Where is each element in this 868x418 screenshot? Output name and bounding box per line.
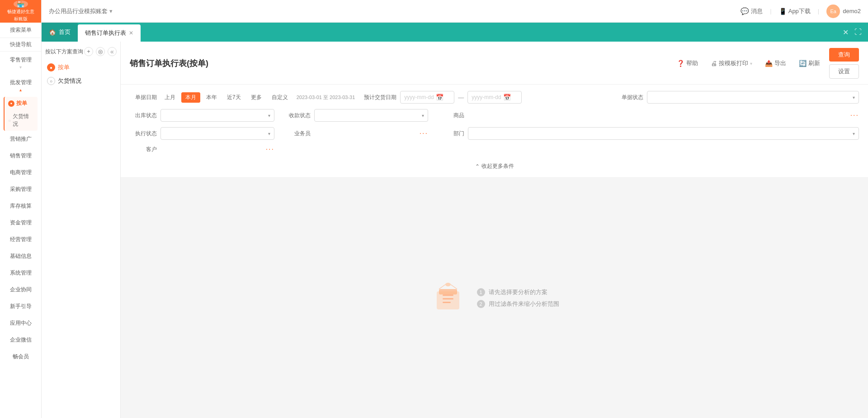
sidebar-item-appstore[interactable]: 应用中心 [0,315,41,332]
tab-sales-order[interactable]: 销售订单执行表 ✕ [78,24,141,42]
sidebar-item-marketing[interactable]: 营销推广 [0,131,41,147]
sidebar-item-finance[interactable]: 资金管理 [0,214,41,231]
filter-scheme-order[interactable]: ● 按单 [45,61,117,74]
sidebar-item-purchase[interactable]: 采购管理 [0,181,41,198]
date-placeholder-1: yyyy-mm-dd [404,94,434,100]
receipt-control: ▾ [314,109,428,122]
sidebar-item-operation[interactable]: 经营管理 [0,231,41,248]
sidebar-item-enterprise[interactable]: 企业协同 [0,281,41,298]
sidebar-item-newbie[interactable]: 新手引导 [0,298,41,315]
sidebar-item-basic[interactable]: 基础信息 [0,248,41,265]
dept-control: ▾ [468,127,859,140]
field-exec-status: 执行状态 ▾ [130,127,274,140]
topbar-app-download[interactable]: 📱 App下载 [779,7,811,15]
expected-date-start[interactable]: yyyy-mm-dd 📅 [400,91,454,104]
app-icon: 📱 [779,8,787,15]
date-tab-last-month[interactable]: 上月 [160,92,179,103]
data-area: 1 请先选择要分析的方案 2 用过滤条件来缩小分析范围 [121,178,868,418]
export-icon: 📤 [765,60,773,67]
empty-tip-1: 1 请先选择要分析的方案 [477,288,559,296]
ship-status-select[interactable]: ▾ [160,109,274,122]
collapse-arrow: ⌃ [475,163,480,170]
topbar-chevron[interactable]: ▾ [109,8,113,14]
window-close-button[interactable]: ✕ [841,28,850,37]
salesman-label: 业务员 [283,130,311,138]
sidebar-item-inventory[interactable]: 库存核算 [0,198,41,214]
receipt-select[interactable]: ▾ [314,109,428,122]
empty-icon [430,280,466,316]
date-tab-custom[interactable]: 自定义 [268,92,292,103]
expected-date-control: yyyy-mm-dd 📅 — yyyy-mm-dd 📅 [400,91,607,104]
sidebar-item-ecommerce[interactable]: 电商管理 [0,164,41,181]
retail-arrow: ▾ [19,65,22,70]
collapse-row[interactable]: ⌃ 收起更多条件 [130,159,859,171]
filter-panel-header: 按以下方案查询 + ◎ « [45,47,117,56]
settings-button[interactable]: 设置 [829,64,859,79]
sidebar-item-wholesale[interactable]: 批发管理 ▴ [0,74,41,97]
tabbar: 🏠 首页 销售订单执行表 ✕ ✕ ⛶ [42,23,868,42]
page-title: 销售订单执行表(按单) [130,58,208,69]
tab-home[interactable]: 🏠 首页 [42,23,78,42]
main-content: 办公用品行业模拟账套 ▾ 💬 消息 | 📱 App下载 | Ea demo2 [42,0,868,418]
sidebar-item-system[interactable]: 系统管理 [0,265,41,281]
receipt-label: 收款状态 [283,112,311,119]
topbar-message[interactable]: 💬 消息 [741,7,763,15]
sidebar-item-retail[interactable]: 零售管理 ▾ [0,52,41,74]
filter-scheme-debt[interactable]: ○ 欠货情况 [45,74,117,88]
filter-add-button[interactable]: + [84,47,93,56]
help-button[interactable]: ❓ 帮助 [673,57,702,69]
sidebar-quick-nav[interactable]: 快捷导航 [0,38,41,52]
tip-num-2: 2 [477,300,485,308]
status-select[interactable]: ▾ [647,91,859,104]
home-icon: 🏠 [49,29,56,36]
date-range-display: 2023-03-01 至 2023-03-31 [297,94,355,101]
date-tab-current-month[interactable]: 本月 [181,92,200,103]
field-salesman: 业务员 ··· [283,129,428,138]
sidebar-search[interactable]: 搜索菜单 [0,23,41,38]
tab-spacer [141,23,835,42]
topbar-user[interactable]: Ea demo2 [826,5,861,18]
main-area: 销售订单执行表(按单) ❓ 帮助 🖨 按模板打印 ▾ 📤 导出 [121,42,868,418]
export-button[interactable]: 📤 导出 [761,57,790,69]
svg-rect-4 [443,302,451,303]
logo-subtext: 标账版 [14,16,28,22]
window-maximize-button[interactable]: ⛶ [854,28,863,37]
date-label: 单据日期 [130,94,157,101]
expected-date-end[interactable]: yyyy-mm-dd 📅 [467,91,522,104]
sidebar-item-wechat[interactable]: 企业微信 [0,332,41,348]
sub-item-order[interactable]: ● 按单 [5,97,38,110]
filter-panel-actions: + ◎ « [84,47,117,56]
sub-item-order-icon: ● [8,100,14,107]
query-button[interactable]: 查询 [829,48,859,62]
goods-more-btn[interactable]: ··· [850,111,859,119]
field-ship-status: 出库状态 ▾ [130,109,274,122]
topbar-title: 办公用品行业模拟账套 ▾ [49,7,113,15]
date-tab-last7[interactable]: 近7天 [223,92,245,103]
date-tab-current-year[interactable]: 本年 [202,92,221,103]
search-area: 单据日期 上月 本月 本年 近7天 更多 自定义 2023- [121,85,868,178]
field-receipt-status: 收款状态 ▾ [283,109,428,122]
exec-label: 执行状态 [130,130,157,138]
print-button[interactable]: 🖨 按模板打印 ▾ [707,57,756,69]
salesman-more-btn[interactable]: ··· [420,129,428,138]
field-date: 单据日期 上月 本月 本年 近7天 更多 自定义 2023- [130,92,355,103]
goods-label: 商品 [437,112,464,119]
svg-line-7 [451,285,457,289]
sidebar-item-member[interactable]: 畅会员 [0,348,41,365]
sidebar-item-sales[interactable]: 销售管理 [0,147,41,164]
customer-more-btn[interactable]: ··· [266,145,274,153]
svg-point-5 [445,283,451,286]
exec-control: ▾ [160,127,274,140]
tab-close-button[interactable]: ✕ [129,30,133,36]
date-tab-more[interactable]: 更多 [247,92,266,103]
scheme-debt-icon: ○ [47,77,55,85]
logo: 🏪 畅捷通好生意 标账版 [0,0,41,23]
sub-item-debt[interactable]: ○ 欠货情况 [5,110,38,131]
exec-select[interactable]: ▾ [160,127,274,140]
exec-arrow: ▾ [268,131,270,136]
dept-select[interactable]: ▾ [468,127,859,140]
refresh-button[interactable]: 🔄 刷新 [795,57,824,69]
filter-copy-button[interactable]: ◎ [96,47,105,56]
filter-collapse-button[interactable]: « [108,47,117,56]
field-expected-date: 预计交货日期 yyyy-mm-dd 📅 — yyyy-mm-dd 📅 [364,91,607,104]
